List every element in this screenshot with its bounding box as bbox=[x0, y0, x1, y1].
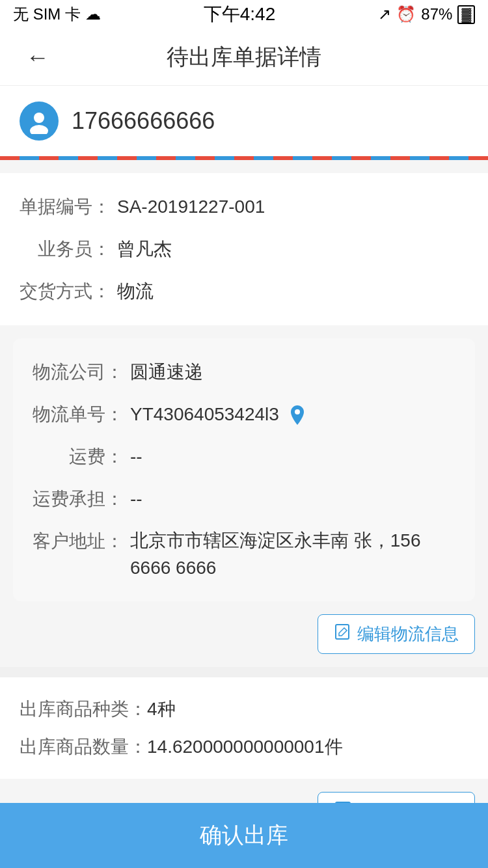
order-no-value: SA-20191227-001 bbox=[117, 193, 468, 222]
goods-types-value: 4种 bbox=[147, 697, 176, 722]
tracking-location-icon bbox=[286, 403, 309, 427]
address-label: 客户地址： bbox=[33, 527, 124, 556]
customer-phone: 17666666666 bbox=[72, 107, 215, 135]
logistics-company-row: 物流公司： 圆通速递 bbox=[33, 358, 455, 387]
freight-row: 运费： -- bbox=[33, 442, 455, 472]
avatar bbox=[20, 102, 59, 141]
delivery-label: 交货方式： bbox=[20, 277, 111, 306]
logistics-company-label: 物流公司： bbox=[33, 358, 124, 387]
goods-types-label: 出库商品种类： bbox=[20, 697, 147, 722]
tracking-row: 物流单号： YT43064053424l3 bbox=[33, 400, 455, 429]
delivery-value: 物流 bbox=[117, 277, 468, 306]
goods-types-row: 出库商品种类： 4种 bbox=[20, 697, 468, 722]
order-info-section: 单据编号： SA-20191227-001 业务员： 曾凡杰 交货方式： 物流 bbox=[0, 173, 488, 325]
edit-icon bbox=[334, 623, 352, 645]
salesman-row: 业务员： 曾凡杰 bbox=[20, 235, 468, 264]
customer-section: 17666666666 bbox=[0, 86, 488, 156]
confirm-bar[interactable]: 确认出库 bbox=[0, 803, 488, 868]
salesman-label: 业务员： bbox=[20, 235, 111, 264]
address-row: 客户地址： 北京市市辖区海淀区永丰南 张，156 6666 6666 bbox=[33, 527, 455, 582]
location-indicator: ↗ bbox=[378, 5, 391, 23]
freight-bear-row: 运费承担： -- bbox=[33, 485, 455, 514]
status-right: ↗ ⏰ 87% ▓ bbox=[378, 5, 475, 24]
status-time: 下午4:42 bbox=[204, 2, 276, 27]
goods-section: 出库商品种类： 4种 出库商品数量： 14.620000000000001件 bbox=[0, 677, 488, 779]
goods-quantity-row: 出库商品数量： 14.620000000000001件 bbox=[20, 735, 468, 759]
svg-point-1 bbox=[30, 125, 48, 134]
alarm-icon: ⏰ bbox=[396, 5, 416, 23]
freight-bear-value: -- bbox=[130, 485, 455, 514]
delivery-row: 交货方式： 物流 bbox=[20, 277, 468, 306]
edit-logistics-label: 编辑物流信息 bbox=[357, 623, 459, 645]
page-title: 待出库单据详情 bbox=[167, 42, 321, 72]
battery-icon: ▓ bbox=[457, 5, 475, 24]
back-button[interactable]: ← bbox=[20, 37, 56, 77]
sim-status: 无 SIM 卡 ☁ bbox=[13, 4, 101, 25]
logistics-company-value: 圆通速递 bbox=[130, 358, 455, 387]
freight-bear-label: 运费承担： bbox=[33, 485, 124, 514]
svg-point-0 bbox=[34, 113, 44, 123]
logistics-card: 物流公司： 圆通速递 物流单号： YT43064053424l3 运费： -- … bbox=[13, 338, 475, 601]
salesman-value: 曾凡杰 bbox=[117, 235, 468, 264]
freight-label: 运费： bbox=[33, 442, 124, 472]
tracking-value: YT43064053424l3 bbox=[130, 400, 455, 429]
svg-point-2 bbox=[295, 409, 300, 414]
order-no-label: 单据编号： bbox=[20, 193, 111, 222]
dashed-divider bbox=[0, 156, 488, 160]
address-value: 北京市市辖区海淀区永丰南 张，156 6666 6666 bbox=[130, 527, 455, 582]
status-bar: 无 SIM 卡 ☁ 下午4:42 ↗ ⏰ 87% ▓ bbox=[0, 0, 488, 29]
goods-quantity-value: 14.620000000000001件 bbox=[147, 735, 343, 759]
freight-value: -- bbox=[130, 442, 455, 472]
edit-logistics-button[interactable]: 编辑物流信息 bbox=[318, 614, 475, 654]
tracking-label: 物流单号： bbox=[33, 400, 124, 429]
order-no-row: 单据编号： SA-20191227-001 bbox=[20, 193, 468, 222]
battery-level: 87% bbox=[421, 5, 452, 23]
edit-btn-row: 编辑物流信息 bbox=[0, 601, 488, 654]
confirm-text: 确认出库 bbox=[200, 821, 288, 850]
status-left: 无 SIM 卡 ☁ bbox=[13, 4, 101, 25]
nav-bar: ← 待出库单据详情 bbox=[0, 29, 488, 86]
goods-quantity-label: 出库商品数量： bbox=[20, 735, 147, 759]
section-divider bbox=[0, 667, 488, 677]
svg-rect-3 bbox=[336, 625, 349, 639]
